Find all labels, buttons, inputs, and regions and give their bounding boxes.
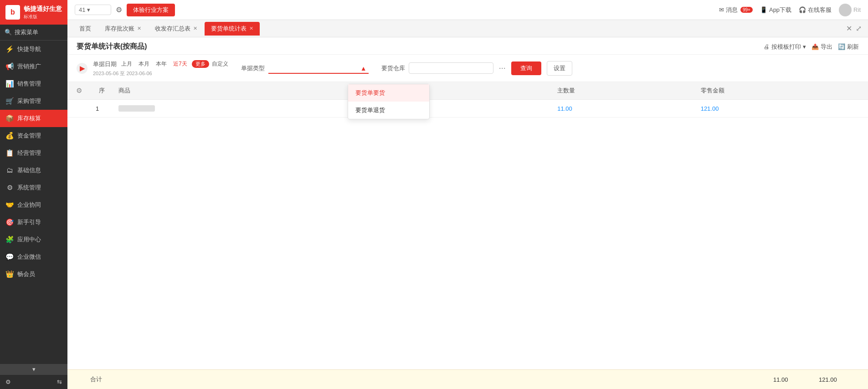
dropdown-arrow-icon: ▾ xyxy=(87,6,90,13)
sidebar-item-inventory[interactable]: 📦 库存核算 xyxy=(0,110,67,127)
print-label: 按模板打印 xyxy=(771,43,801,51)
sidebar-item-base[interactable]: 🗂 基础信息 xyxy=(0,162,67,179)
sidebar-item-finance[interactable]: 💰 资金管理 xyxy=(0,127,67,144)
product-name-placeholder xyxy=(118,105,155,112)
date-7days[interactable]: 近7天 xyxy=(171,59,189,69)
export-label: 导出 xyxy=(821,43,832,51)
online-service-link[interactable]: 🎧 在线客服 xyxy=(799,6,832,14)
type-input[interactable] xyxy=(268,62,369,74)
warehouse-label: 要货仓库 xyxy=(381,64,405,72)
username-label: Rit xyxy=(853,6,861,13)
store-number: 41 xyxy=(79,6,85,13)
sidebar-item-label: 营销推广 xyxy=(17,62,41,71)
sidebar-item-label: 系统管理 xyxy=(17,184,41,192)
trial-button[interactable]: 体验行业方案 xyxy=(127,4,175,16)
type-dropdown-menu: 要货单要货 要货单退货 xyxy=(348,84,430,119)
col-settings[interactable]: ⚙ xyxy=(67,82,90,100)
export-btn[interactable]: 📤 导出 xyxy=(812,43,832,51)
tab-receive-summary[interactable]: 收发存汇总表 ✕ xyxy=(149,22,204,36)
footer-label: 合计 xyxy=(77,375,102,384)
tab-order-stats[interactable]: 要货单统计表 ✕ xyxy=(205,22,260,36)
inventory-icon: 📦 xyxy=(5,114,14,123)
query-button[interactable]: 查询 xyxy=(511,61,541,75)
date-range-display: 2023-05-06 至 2023-06-06 xyxy=(93,70,228,77)
sales-icon: 📊 xyxy=(5,80,14,88)
sidebar-item-coop[interactable]: 🤝 企业协同 xyxy=(0,196,67,214)
sidebar-item-system[interactable]: ⚙ 系统管理 xyxy=(0,179,67,196)
dropdown-item-order[interactable]: 要货单要货 xyxy=(348,84,429,102)
sidebar-settings-icon[interactable]: ⚙ xyxy=(5,379,11,385)
print-template-btn[interactable]: 🖨 按模板打印 ▾ xyxy=(764,43,806,51)
user-avatar-area[interactable]: Rit xyxy=(839,4,861,16)
amount-link[interactable]: 121.00 xyxy=(701,105,719,112)
quick-nav-icon: ⚡ xyxy=(5,45,14,53)
sidebar-item-label: 畅会员 xyxy=(17,270,35,278)
sidebar-item-appstore[interactable]: 🧩 应用中心 xyxy=(0,231,67,248)
app-download-link[interactable]: 📱 App下载 xyxy=(760,6,791,14)
tab-bar: 首页 库存批次账 ✕ 收发存汇总表 ✕ 要货单统计表 ✕ ✕ ⤢ xyxy=(67,20,868,37)
page-title-bar: 要货单统计表(按商品) 🖨 按模板打印 ▾ 📤 导出 🔄 刷新 xyxy=(67,37,868,55)
tab-close-all-btn[interactable]: ✕ xyxy=(845,23,853,34)
messages-notification[interactable]: ✉ 消息 99+ xyxy=(719,6,753,14)
tab-order-stats-close[interactable]: ✕ xyxy=(249,26,253,31)
dropdown-item-return[interactable]: 要货单退货 xyxy=(348,102,429,119)
warehouse-input[interactable] xyxy=(409,62,493,74)
qty-link[interactable]: 11.00 xyxy=(557,105,572,112)
page-title: 要货单统计表(按商品) xyxy=(77,42,147,51)
tab-inventory-batch-label: 库存批次账 xyxy=(105,25,134,33)
refresh-btn[interactable]: 🔄 刷新 xyxy=(838,43,859,51)
sidebar-item-label: 库存核算 xyxy=(17,114,41,123)
tab-expand-btn[interactable]: ⤢ xyxy=(855,23,863,34)
tab-inventory-batch[interactable]: 库存批次账 ✕ xyxy=(98,22,148,36)
sidebar-nav: ⚡ 快捷导航 📢 营销推广 📊 销售管理 🛒 采购管理 📦 库存核算 💰 资金管… xyxy=(0,41,67,364)
sidebar-bottom: ⚙ ⇆ xyxy=(0,374,67,389)
logo-icon: b xyxy=(5,5,20,20)
sidebar-item-label: 快捷导航 xyxy=(17,45,41,53)
sidebar-item-guide[interactable]: 🎯 新手引导 xyxy=(0,214,67,231)
sidebar-item-wechat[interactable]: 💬 企业微信 xyxy=(0,248,67,266)
filter-more-options[interactable]: ··· xyxy=(499,63,506,73)
sidebar-item-label: 应用中心 xyxy=(17,235,41,244)
base-icon: 🗂 xyxy=(5,166,14,174)
sidebar-item-label: 企业微信 xyxy=(17,253,41,261)
store-selector[interactable]: 41 ▾ xyxy=(75,5,111,15)
filter-expand-btn[interactable]: ▶ xyxy=(77,63,87,74)
settings-button[interactable]: 设置 xyxy=(547,61,572,76)
service-icon: 🎧 xyxy=(799,6,806,13)
logo-text: 畅捷通好生意 标准版 xyxy=(24,5,62,20)
sidebar-item-purchase[interactable]: 🛒 采购管理 xyxy=(0,92,67,110)
date-custom-btn[interactable]: 自定义 xyxy=(212,60,228,68)
sidebar-collapse-icon[interactable]: ⇆ xyxy=(57,379,62,385)
sidebar-item-member[interactable]: 👑 畅会员 xyxy=(0,266,67,283)
footer-qty: 11.00 xyxy=(768,376,813,383)
date-prev-month[interactable]: 上月 xyxy=(119,59,134,69)
sidebar-item-marketing[interactable]: 📢 营销推广 xyxy=(0,58,67,75)
sidebar-search-label: 搜索菜单 xyxy=(15,28,38,36)
message-badge: 99+ xyxy=(740,7,753,13)
filter-type-section: 单据类型 ▲ xyxy=(241,62,369,74)
tab-receive-summary-close[interactable]: ✕ xyxy=(193,26,197,31)
date-curr-year[interactable]: 本年 xyxy=(154,59,169,69)
sidebar-item-label: 资金管理 xyxy=(17,132,41,140)
date-curr-month[interactable]: 本月 xyxy=(137,59,151,69)
column-settings-icon[interactable]: ⚙ xyxy=(76,87,82,94)
sidebar-item-label: 新手引导 xyxy=(17,218,41,226)
date-more-btn[interactable]: 更多 xyxy=(192,60,209,68)
purchase-icon: 🛒 xyxy=(5,97,14,105)
sidebar-item-sales[interactable]: 📊 销售管理 xyxy=(0,75,67,92)
table-row: 1 块 11.00 121.00 xyxy=(67,100,868,118)
sidebar-scroll-down[interactable]: ▾ xyxy=(0,364,67,374)
sidebar-item-operation[interactable]: 📋 经营管理 xyxy=(0,144,67,162)
wechat-icon: 💬 xyxy=(5,253,14,261)
tab-inventory-batch-close[interactable]: ✕ xyxy=(137,26,141,31)
sidebar-item-quick-nav[interactable]: ⚡ 快捷导航 xyxy=(0,41,67,58)
print-dropdown-icon[interactable]: ▾ xyxy=(803,43,806,50)
header-settings-icon[interactable]: ⚙ xyxy=(116,5,122,14)
sidebar-search[interactable]: 🔍 搜索菜单 xyxy=(0,25,67,41)
sidebar-item-label: 采购管理 xyxy=(17,97,41,105)
tab-home[interactable]: 首页 xyxy=(73,22,98,36)
filter-type-select[interactable]: ▲ xyxy=(268,62,369,74)
row-num: 1 xyxy=(90,100,113,118)
page-actions: 🖨 按模板打印 ▾ 📤 导出 🔄 刷新 xyxy=(764,43,859,51)
system-icon: ⚙ xyxy=(5,184,14,192)
